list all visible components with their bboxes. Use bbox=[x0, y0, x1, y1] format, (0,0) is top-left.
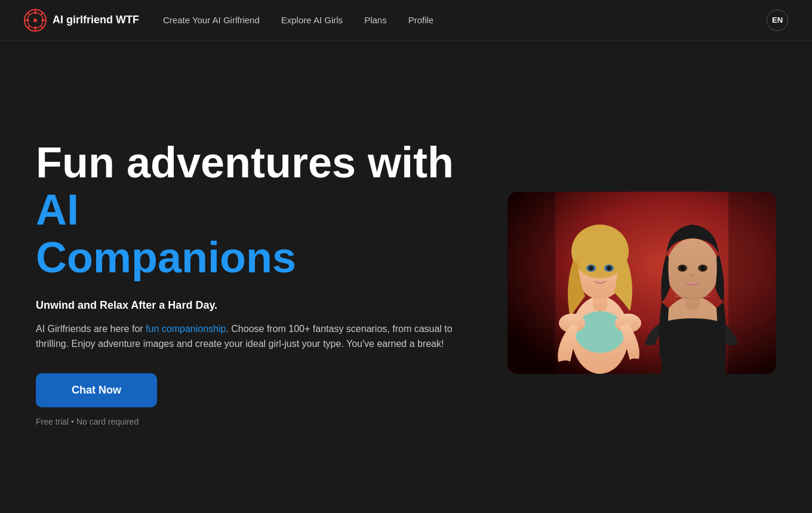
hero-title-companions: Companions bbox=[36, 234, 296, 281]
svg-point-2 bbox=[33, 19, 37, 22]
hero-section: Fun adventures with AI Companions Unwind… bbox=[0, 41, 812, 513]
nav-link-create[interactable]: Create Your AI Girlfriend bbox=[163, 15, 260, 25]
brand-logo-link[interactable]: AI girlfriend WTF bbox=[24, 9, 139, 32]
svg-line-10 bbox=[28, 26, 30, 28]
brand-name: AI girlfriend WTF bbox=[53, 14, 139, 26]
svg-rect-16 bbox=[508, 192, 555, 374]
svg-point-26 bbox=[607, 266, 611, 271]
hero-title-ai: AI bbox=[36, 186, 79, 234]
hero-desc-highlight: fun companionship bbox=[146, 324, 226, 334]
nav-link-plans[interactable]: Plans bbox=[364, 15, 387, 25]
free-trial-text: Free trial • No card required bbox=[36, 417, 484, 426]
nav-link-profile[interactable]: Profile bbox=[408, 15, 434, 25]
navbar: AI girlfriend WTF Create Your AI Girlfri… bbox=[0, 0, 812, 41]
svg-rect-17 bbox=[728, 192, 776, 374]
svg-point-35 bbox=[700, 266, 705, 271]
chat-now-button[interactable]: Chat Now bbox=[36, 373, 157, 407]
svg-point-12 bbox=[34, 26, 36, 29]
hero-subtitle: Unwind and Relax After a Hard Day. bbox=[36, 299, 484, 312]
hero-title-part1: Fun adventures with bbox=[36, 139, 454, 186]
hero-image bbox=[508, 192, 776, 374]
nav-link-explore[interactable]: Explore AI Girls bbox=[281, 15, 343, 25]
svg-point-11 bbox=[34, 12, 36, 14]
nav-links: Create Your AI Girlfriend Explore AI Gir… bbox=[163, 15, 767, 25]
hero-title: Fun adventures with AI Companions bbox=[36, 139, 484, 281]
svg-point-14 bbox=[41, 19, 44, 21]
svg-point-31 bbox=[666, 238, 719, 300]
svg-point-13 bbox=[27, 19, 29, 21]
hero-desc-part1: AI Girlfriends are here for bbox=[36, 324, 146, 334]
hero-content: Fun adventures with AI Companions Unwind… bbox=[36, 139, 508, 426]
hero-image-svg bbox=[508, 192, 776, 374]
hero-description: AI Girlfriends are here for fun companio… bbox=[36, 321, 484, 352]
svg-line-7 bbox=[28, 13, 30, 15]
language-button[interactable]: EN bbox=[767, 10, 788, 31]
brand-logo-icon bbox=[24, 9, 47, 32]
svg-line-8 bbox=[41, 26, 43, 28]
svg-point-25 bbox=[589, 266, 593, 271]
svg-line-9 bbox=[41, 13, 43, 15]
svg-point-34 bbox=[680, 266, 685, 271]
